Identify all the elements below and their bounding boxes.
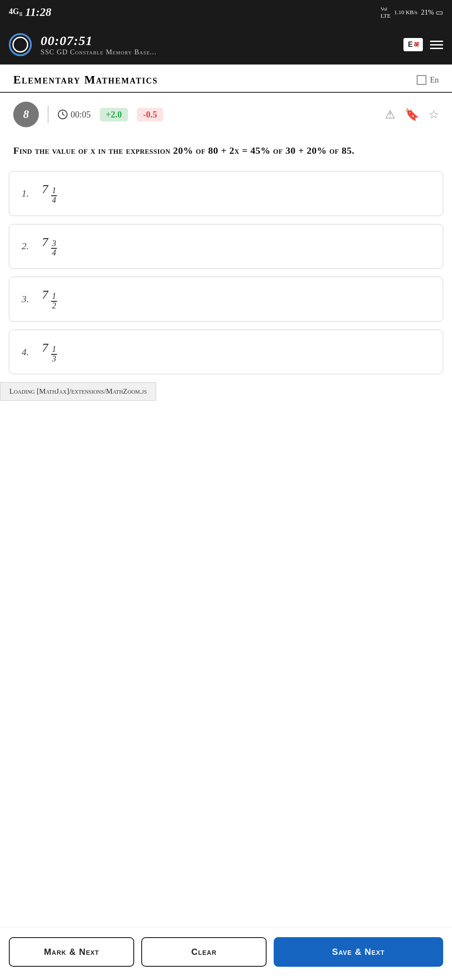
bookmark-icon[interactable]: 🔖 — [405, 108, 419, 122]
bottom-action-bar: Mark & Next Clear Save & Next — [0, 927, 452, 980]
lte-label: Vol LTE — [380, 5, 391, 19]
status-left: 4G⠿ 11:28 — [9, 6, 51, 19]
score-positive-badge: +2.0 — [100, 108, 128, 122]
option-2-card[interactable]: 2. 7 3 4 — [9, 224, 443, 269]
option-1-card[interactable]: 1. 7 1 4 — [9, 171, 443, 216]
mark-next-button[interactable]: Mark & Next — [9, 937, 134, 967]
option-3-card[interactable]: 3. 7 1 2 — [9, 277, 443, 322]
status-bar: 4G⠿ 11:28 Vol LTE 1.10 KB/s 21% ▭ — [0, 0, 452, 25]
speed-label: 1.10 KB/s — [394, 9, 418, 16]
question-number-badge: 8 — [13, 102, 39, 127]
header-info: 00:07:51 SSC GD Constable Memory Base... — [41, 33, 395, 56]
battery-icon: ▭ — [436, 8, 443, 17]
english-toggle[interactable]: En — [417, 75, 439, 90]
white-space — [0, 401, 452, 613]
english-checkbox[interactable] — [417, 75, 426, 85]
option-4-card[interactable]: 4. 7 1 3 — [9, 330, 443, 375]
save-next-button[interactable]: Save & Next — [274, 937, 443, 967]
mathjax-loading-bar: Loading [MathJax]/extensions/MathZoom.js — [0, 382, 156, 401]
subject-title: Elementary Mathematics — [13, 73, 158, 92]
language-toggle-button[interactable]: E अ — [403, 38, 423, 51]
star-icon[interactable]: ☆ — [429, 108, 439, 122]
warning-icon[interactable]: ⚠ — [385, 108, 395, 122]
option-3-content: 7 1 2 — [42, 288, 57, 311]
timer-display: 00:07:51 — [41, 33, 395, 48]
meta-icons-group: ⚠ 🔖 ☆ — [385, 108, 439, 122]
question-meta-row: 8 00:05 +2.0 -0.5 ⚠ 🔖 ☆ — [0, 93, 452, 136]
timer-circle-icon — [9, 33, 32, 56]
option-3-number: 3. — [22, 293, 35, 305]
signal-icon: 4G⠿ — [9, 7, 23, 18]
option-4-content: 7 1 3 — [42, 341, 57, 364]
options-area: 1. 7 1 4 2. 7 3 4 3. 7 1 2 4. — [0, 171, 452, 374]
question-area: Find the value of x in the expression 20… — [0, 136, 452, 171]
clear-button[interactable]: Clear — [141, 937, 267, 967]
hamburger-menu[interactable] — [430, 41, 443, 49]
english-label: En — [430, 76, 439, 85]
clock-badge: 00:05 — [57, 109, 91, 120]
status-right: Vol LTE 1.10 KB/s 21% ▭ — [380, 5, 443, 19]
option-2-number: 2. — [22, 240, 35, 252]
battery-indicator: 21% ▭ — [421, 8, 443, 17]
option-4-number: 4. — [22, 346, 35, 358]
score-negative-badge: -0.5 — [137, 108, 163, 122]
lang-e-label: E — [408, 41, 413, 49]
subject-tab-area: Elementary Mathematics En — [0, 65, 452, 93]
option-2-content: 7 3 4 — [42, 235, 57, 258]
question-time: 00:05 — [71, 110, 91, 120]
status-time: 11:28 — [25, 6, 51, 19]
clock-icon — [57, 109, 68, 120]
option-1-number: 1. — [22, 188, 35, 199]
option-1-content: 7 1 4 — [42, 182, 57, 205]
header-bar: 00:07:51 SSC GD Constable Memory Base...… — [0, 25, 452, 65]
header-actions: E अ — [403, 38, 443, 51]
battery-percent: 21% — [421, 8, 434, 16]
lang-hi-label: अ — [414, 41, 418, 49]
exam-title: SSC GD Constable Memory Base... — [41, 48, 395, 56]
divider — [48, 106, 49, 123]
question-text: Find the value of x in the expression 20… — [13, 143, 439, 158]
